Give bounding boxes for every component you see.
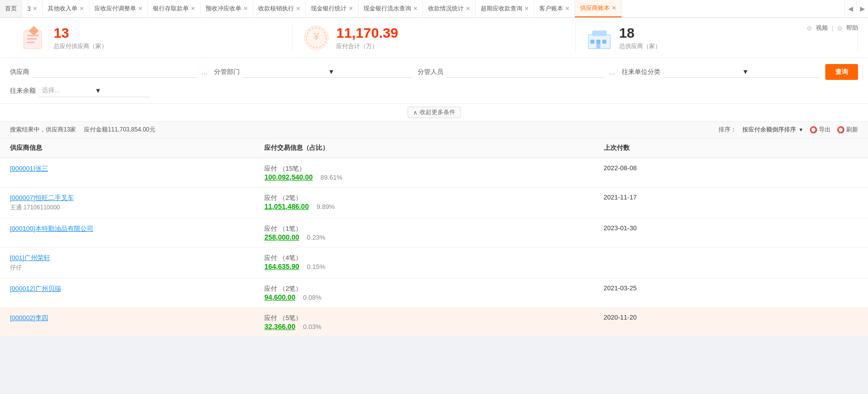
tx-type-label: 应付 [264, 254, 279, 262]
tx-amount[interactable]: 32,366.00 [264, 323, 295, 330]
person-filter-label: 分管人员 [418, 67, 443, 76]
supplier-info-cell: [000001]张三 [10, 164, 264, 173]
supplier-link[interactable]: [000001]张三 [10, 165, 48, 172]
nav-tab-other-income-close[interactable]: ✕ [79, 5, 84, 12]
table-row: [001]广州荣轩 仔仔 应付 （4笔） 164,635.90 0.15% [0, 248, 868, 278]
nav-tab-receipt-stat-close[interactable]: ✕ [466, 5, 470, 12]
table-header: 供应商信息 应付交易信息（占比） 上次付数 [0, 138, 868, 158]
nav-tab-3-close[interactable]: ✕ [33, 5, 37, 12]
supplier-link[interactable]: [000002]李四 [10, 314, 48, 322]
nav-tab-cash-bank-flow[interactable]: 现金银行流水查询 ✕ [359, 0, 423, 17]
sort-value[interactable]: 按应付余额倒序排序 ▼ [742, 126, 803, 134]
collapse-row: ∧ 收起更多条件 [0, 104, 868, 122]
filter-unit-class: 往来单位分类 ▼ [622, 66, 820, 78]
nav-tab-bank-deposit-label: 银行存取款单 [153, 4, 189, 13]
person-filter-input[interactable] [446, 66, 605, 78]
tx-amount[interactable]: 258,000.00 [264, 233, 299, 241]
search-button[interactable]: 查询 [825, 64, 858, 80]
nav-tab-bank-deposit[interactable]: 银行存取款单 ✕ [148, 0, 201, 17]
supplier-ellipsis-btn[interactable]: ... [201, 67, 208, 76]
table-row: [000001]张三 应付 （15笔） 100,092,540.00 89.61… [0, 158, 868, 188]
dept-filter-select[interactable]: ▼ [243, 66, 412, 78]
supplier-info-cell: [000100]本特勤油品有限公司 [10, 224, 264, 233]
col-header-last-payment: 上次付数 [604, 143, 858, 152]
table-container: 供应商信息 应付交易信息（占比） 上次付数 [000001]张三 应付 （15笔… [0, 138, 868, 337]
supplier-sub: 仔仔 [10, 263, 264, 272]
tx-amount[interactable]: 11,051,486.00 [264, 202, 309, 210]
export-icon: ⭕ [809, 126, 817, 133]
nav-tab-ap-adjust-close[interactable]: ✕ [138, 5, 143, 12]
payable-suppliers-info: 13 总应付供应商（家） [54, 25, 107, 51]
unit-class-filter-label: 往来单位分类 [622, 67, 660, 76]
nav-tab-customer-account-label: 客户账本 [539, 4, 563, 13]
nav-tab-home[interactable]: 首页 [0, 0, 22, 17]
supplier-link[interactable]: [001]广州荣轩 [10, 254, 50, 262]
tx-amount[interactable]: 94,600.00 [264, 293, 295, 301]
refresh-button[interactable]: ⭕ 刷新 [837, 126, 858, 134]
last-payment-date: 2020-11-20 [604, 314, 637, 321]
sort-label: 排序： [719, 126, 736, 134]
nav-tab-other-income[interactable]: 其他收入单 ✕ [43, 0, 89, 17]
nav-tab-3[interactable]: 3 ✕ [22, 0, 43, 17]
supplier-link[interactable]: [000012]广州贝瑞 [10, 285, 61, 292]
collapse-up-icon: ∧ [413, 109, 418, 116]
last-payment-cell: 2022-08-08 [604, 164, 858, 172]
person-ellipsis-btn[interactable]: ... [609, 67, 615, 76]
nav-tab-3-label: 3 [27, 5, 31, 12]
filter-area: 供应商 ... 分管部门 ▼ 分管人员 ... 往来单位分类 ▼ 查询 [0, 58, 868, 104]
supplier-link[interactable]: [000100]本特勤油品有限公司 [10, 225, 93, 232]
nav-prev-arrow[interactable]: ◀ [844, 0, 856, 18]
help-link[interactable]: 帮助 [846, 24, 858, 32]
svg-rect-9 [592, 31, 606, 36]
nav-tab-prepay-sales-close[interactable]: ✕ [243, 5, 248, 12]
transaction-cell: 应付 （1笔） 258,000.00 0.23% [264, 224, 603, 241]
table-row: [000100]本特勤油品有限公司 应付 （1笔） 258,000.00 0.2… [0, 218, 868, 248]
balance-filter-select[interactable]: 选择... ▼ [39, 84, 149, 97]
supplier-info-cell: [000002]李四 [10, 314, 264, 323]
nav-tab-cash-bank-flow-close[interactable]: ✕ [413, 5, 418, 12]
supplier-link[interactable]: [000007]恒旺二手叉车 [10, 194, 74, 201]
transaction-cell: 应付 （4笔） 164,635.90 0.15% [264, 254, 603, 270]
nav-tab-supplier-account[interactable]: 供应商账本 ✕ [575, 0, 622, 17]
svg-rect-2 [27, 35, 39, 36]
supplier-filter-input[interactable] [32, 66, 197, 78]
nav-tab-customer-account[interactable]: 客户账本 ✕ [534, 0, 575, 17]
video-link[interactable]: 视频 [816, 24, 828, 32]
tx-pct: 89.61% [320, 174, 342, 181]
nav-tab-ap-adjust[interactable]: 应收应付调整单 ✕ [89, 0, 148, 17]
nav-tab-supplier-account-close[interactable]: ✕ [612, 5, 616, 11]
refresh-label: 刷新 [846, 126, 858, 134]
refresh-icon: ⭕ [837, 126, 845, 133]
nav-tab-overdue-query-close[interactable]: ✕ [524, 5, 529, 12]
tx-amount[interactable]: 100,092,540.00 [264, 173, 312, 181]
nav-tab-prepay-sales[interactable]: 预收冲应收单 ✕ [201, 0, 253, 17]
tx-type-label: 应付 [264, 194, 279, 201]
nav-tab-ap-adjust-label: 应收应付调整单 [94, 4, 136, 13]
total-suppliers-number: 18 [619, 25, 661, 42]
nav-tab-receipt-exec[interactable]: 收款核销执行 ✕ [253, 0, 306, 17]
nav-tab-overdue-query[interactable]: 超期应收款查询 ✕ [476, 0, 534, 17]
supplier-count-text: 搜索结果中，供应商13家 [10, 126, 76, 134]
unit-class-filter-select[interactable]: ▼ [663, 66, 820, 78]
nav-tab-customer-account-close[interactable]: ✕ [565, 5, 570, 12]
nav-tab-supplier-account-label: 供应商账本 [580, 4, 610, 12]
collapse-button[interactable]: ∧ 收起更多条件 [408, 107, 461, 118]
nav-arrows: ◀ ▶ [844, 0, 868, 18]
nav-next-arrow[interactable]: ▶ [856, 0, 868, 18]
unit-class-chevron-icon: ▼ [742, 68, 816, 75]
nav-tab-home-label: 首页 [5, 4, 17, 13]
col-header-transaction: 应付交易信息（占比） [264, 143, 603, 152]
table-row: [000012]广州贝瑞 应付 （2笔） 94,600.00 0.08% 202… [0, 278, 868, 308]
svg-rect-11 [596, 40, 600, 44]
nav-tab-receipt-stat[interactable]: 收款情况统计 ✕ [423, 0, 476, 17]
nav-tab-cash-bank-stat[interactable]: 现金银行统计 ✕ [306, 0, 359, 17]
nav-tab-receipt-exec-close[interactable]: ✕ [296, 5, 300, 12]
nav-tab-bank-deposit-close[interactable]: ✕ [191, 5, 195, 12]
nav-tab-cash-bank-stat-close[interactable]: ✕ [349, 5, 353, 12]
payable-suppliers-label: 总应付供应商（家） [54, 42, 107, 51]
export-button[interactable]: ⭕ 导出 [809, 126, 831, 134]
tx-count-label: （4笔） [279, 254, 302, 262]
tx-amount[interactable]: 164,635.90 [264, 263, 299, 270]
filter-dept: 分管部门 ▼ [214, 66, 412, 78]
result-bar-left: 搜索结果中，供应商13家 应付金额111,703,854.00元 [10, 126, 155, 134]
